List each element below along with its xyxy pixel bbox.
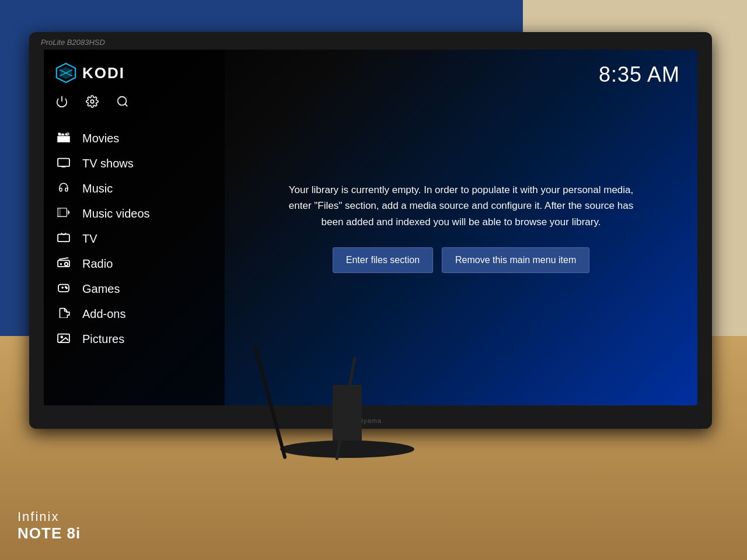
addons-icon (55, 307, 72, 321)
sidebar-item-movies[interactable]: Movies (44, 126, 225, 151)
sidebar-item-pictures[interactable]: Pictures (44, 327, 225, 352)
svg-rect-28 (58, 334, 69, 342)
watermark-brand: Infinix (18, 509, 81, 524)
monitor-brand-label: ProLite B2083HSD (41, 38, 105, 47)
radio-label: Radio (82, 257, 113, 271)
monitor-screen-brand: iiyama (359, 417, 382, 424)
svg-line-7 (125, 104, 127, 106)
main-menu: Movies TV shows Music (44, 120, 225, 358)
svg-point-9 (67, 133, 69, 135)
games-label: Games (82, 282, 120, 296)
sidebar-item-games[interactable]: Games (44, 276, 225, 302)
movies-icon (55, 132, 72, 145)
svg-rect-17 (58, 235, 69, 242)
watermark-model: NOTE 8i (18, 524, 81, 542)
music-label: Music (82, 182, 113, 195)
svg-point-27 (67, 288, 68, 289)
movies-label: Movies (82, 132, 119, 145)
sidebar-item-radio[interactable]: Radio (44, 251, 225, 276)
main-content-area: Your library is currently empty. In orde… (225, 50, 697, 405)
sidebar-item-tvshows[interactable]: TV shows (44, 151, 225, 176)
musicvideos-icon (55, 207, 72, 220)
watermark: Infinix NOTE 8i (18, 509, 81, 542)
pictures-icon (55, 332, 72, 346)
sidebar-item-musicvideos[interactable]: Music videos (44, 201, 225, 226)
settings-icon[interactable] (86, 95, 99, 111)
music-icon (55, 182, 72, 195)
remove-menu-item-button[interactable]: Remove this main menu item (442, 247, 589, 273)
tvshows-icon (55, 157, 72, 170)
svg-point-29 (61, 336, 63, 338)
svg-rect-10 (58, 159, 69, 167)
svg-point-6 (118, 97, 127, 106)
sidebar-item-music[interactable]: Music (44, 176, 225, 201)
tv-label: TV (82, 232, 97, 246)
sidebar-item-addons[interactable]: Add-ons (44, 302, 225, 327)
addons-label: Add-ons (82, 307, 126, 321)
tvshows-label: TV shows (82, 157, 134, 170)
kodi-logo-icon (55, 62, 76, 83)
svg-point-22 (61, 264, 62, 265)
musicvideos-label: Music videos (82, 207, 150, 220)
tv-icon (55, 232, 72, 246)
search-icon[interactable] (116, 95, 129, 111)
action-buttons: Enter files section Remove this main men… (280, 247, 642, 273)
toolbar (44, 92, 225, 120)
content-box: Your library is currently empty. In orde… (257, 159, 665, 296)
svg-point-21 (65, 262, 68, 265)
radio-icon (55, 257, 72, 271)
logo-area: KODI (44, 50, 225, 92)
library-empty-message: Your library is currently empty. In orde… (280, 182, 642, 230)
sidebar: KODI (44, 50, 225, 405)
sidebar-item-tv[interactable]: TV (44, 226, 225, 251)
pictures-label: Pictures (82, 332, 124, 346)
kodi-title: KODI (82, 64, 125, 82)
enter-files-button[interactable]: Enter files section (333, 247, 433, 273)
games-icon (55, 282, 72, 296)
svg-point-5 (90, 100, 94, 103)
svg-marker-16 (68, 210, 70, 215)
monitor-frame: ProLite B2083HSD KODI (29, 32, 712, 429)
power-icon[interactable] (55, 95, 68, 111)
screen: KODI (44, 50, 697, 405)
monitor-stand-base (280, 440, 414, 458)
